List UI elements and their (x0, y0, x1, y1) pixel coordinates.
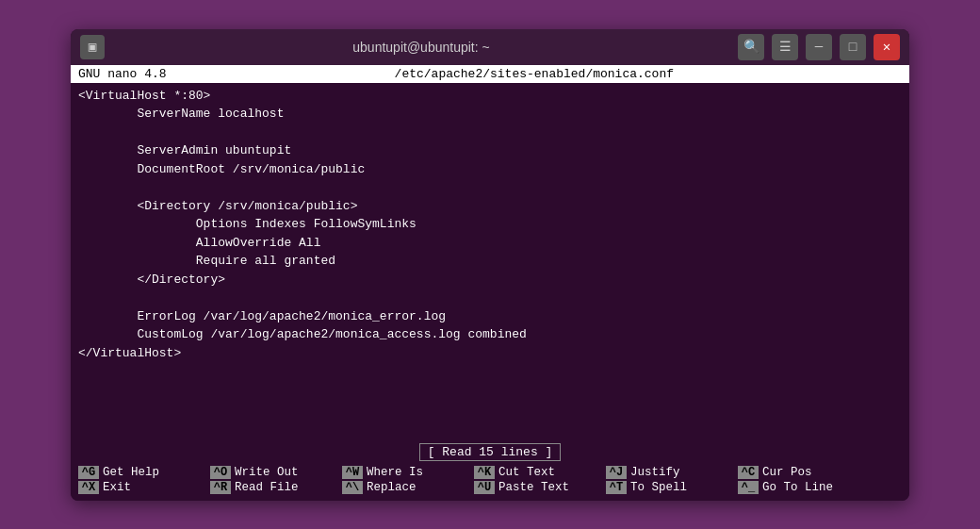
label-cut-text: Cut Text (498, 466, 555, 479)
terminal-icon: ▣ (80, 35, 105, 59)
window-title: ubuntupit@ubuntupit: ~ (105, 40, 738, 55)
search-button[interactable]: 🔍 (738, 34, 764, 60)
shortcut-get-help: ^G Get Help (78, 465, 210, 480)
shortcut-row-1: ^G Get Help ^O Write Out ^W Where Is ^K … (78, 465, 902, 480)
shortcut-row-2: ^X Exit ^R Read File ^\ Replace ^U Paste… (78, 480, 902, 495)
key-ctrl-backslash: ^\ (342, 481, 363, 494)
key-ctrl-g: ^G (78, 466, 99, 479)
label-justify: Justify (630, 466, 680, 479)
label-go-to-line: Go To Line (762, 481, 833, 494)
nano-filename: /etc/apache2/sites-enabled/monica.conf (395, 67, 674, 81)
titlebar-left: ▣ (80, 35, 105, 59)
key-ctrl-r: ^R (210, 481, 231, 494)
status-bar: [ Read 15 lines ] (71, 441, 909, 463)
key-ctrl-dash: ^_ (738, 481, 759, 494)
label-where-is: Where Is (367, 466, 423, 479)
shortcut-cut-text: ^K Cut Text (474, 465, 606, 480)
editor-content[interactable]: <VirtualHost *:80> ServerName localhost … (71, 83, 909, 441)
shortcut-read-file: ^R Read File (210, 480, 342, 495)
shortcut-bar: ^G Get Help ^O Write Out ^W Where Is ^K … (71, 463, 909, 501)
titlebar: ▣ ubuntupit@ubuntupit: ~ 🔍 ☰ ─ □ ✕ (71, 29, 909, 65)
key-ctrl-w: ^W (342, 466, 363, 479)
key-ctrl-k: ^K (474, 466, 495, 479)
nano-version: GNU nano 4.8 (78, 67, 167, 81)
menu-button[interactable]: ☰ (772, 34, 798, 60)
close-button[interactable]: ✕ (874, 34, 900, 60)
label-exit: Exit (103, 481, 131, 494)
shortcut-cur-pos: ^C Cur Pos (738, 465, 870, 480)
nano-header: GNU nano 4.8 /etc/apache2/sites-enabled/… (71, 65, 909, 83)
shortcut-write-out: ^O Write Out (210, 465, 342, 480)
key-ctrl-u: ^U (474, 481, 495, 494)
label-write-out: Write Out (235, 466, 299, 479)
window-controls: 🔍 ☰ ─ □ ✕ (738, 34, 900, 60)
editor-wrapper: <VirtualHost *:80> ServerName localhost … (71, 83, 909, 441)
status-message: [ Read 15 lines ] (419, 443, 562, 461)
shortcut-exit: ^X Exit (78, 480, 210, 495)
label-cur-pos: Cur Pos (762, 466, 812, 479)
key-ctrl-c: ^C (738, 466, 759, 479)
shortcut-replace: ^\ Replace (342, 480, 474, 495)
key-ctrl-o: ^O (210, 466, 231, 479)
key-ctrl-t: ^T (606, 481, 627, 494)
shortcut-justify: ^J Justify (606, 465, 738, 480)
shortcut-where-is: ^W Where Is (342, 465, 474, 480)
label-get-help: Get Help (103, 466, 159, 479)
shortcut-paste-text: ^U Paste Text (474, 480, 606, 495)
terminal-window: ▣ ubuntupit@ubuntupit: ~ 🔍 ☰ ─ □ ✕ GNU n… (71, 29, 909, 501)
key-ctrl-j: ^J (606, 466, 627, 479)
label-paste-text: Paste Text (498, 481, 569, 494)
label-to-spell: To Spell (630, 481, 687, 494)
shortcut-go-to-line: ^_ Go To Line (738, 480, 870, 495)
maximize-button[interactable]: □ (840, 34, 866, 60)
shortcut-to-spell: ^T To Spell (606, 480, 738, 495)
label-replace: Replace (367, 481, 416, 494)
minimize-button[interactable]: ─ (806, 34, 832, 60)
key-ctrl-x: ^X (78, 481, 99, 494)
label-read-file: Read File (235, 481, 299, 494)
